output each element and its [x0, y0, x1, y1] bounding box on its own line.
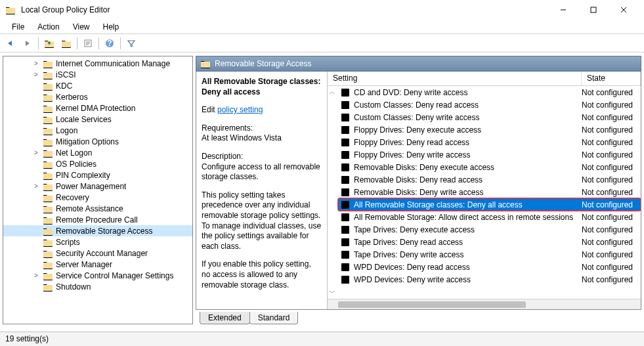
- back-button[interactable]: [3, 36, 18, 51]
- svg-rect-5: [591, 7, 596, 12]
- svg-text:?: ?: [107, 39, 112, 48]
- setting-label: Floppy Drives: Deny read access: [353, 138, 582, 147]
- setting-row[interactable]: Floppy Drives: Deny read accessNot confi…: [338, 136, 641, 148]
- tree-item[interactable]: Kerberos: [3, 91, 192, 102]
- tree-item[interactable]: KDC: [3, 80, 192, 91]
- tree-pane: >Internet Communication Manage>iSCSIKDCK…: [3, 56, 193, 324]
- col-state[interactable]: State: [582, 72, 641, 85]
- setting-row[interactable]: All Removable Storage classes: Deny all …: [338, 198, 641, 211]
- tree-item[interactable]: Removable Storage Access: [3, 225, 192, 236]
- tree-item[interactable]: Locale Services: [3, 114, 192, 125]
- tree-item-label: Scripts: [56, 238, 80, 247]
- setting-icon: [341, 250, 350, 259]
- setting-row[interactable]: CD and DVD: Deny write accessNot configu…: [338, 86, 641, 98]
- help-button[interactable]: ?: [102, 36, 118, 51]
- expander-icon[interactable]: >: [32, 71, 40, 78]
- tabs: Extended Standard: [196, 310, 641, 324]
- setting-row[interactable]: Custom Classes: Deny read accessNot conf…: [338, 98, 641, 111]
- setting-label: WPD Devices: Deny write access: [353, 275, 582, 284]
- folder-icon: [43, 148, 53, 158]
- setting-row[interactable]: WPD Devices: Deny read accessNot configu…: [338, 261, 641, 273]
- tree[interactable]: >Internet Communication Manage>iSCSIKDCK…: [3, 56, 192, 324]
- tab-standard[interactable]: Standard: [249, 312, 299, 324]
- maximize-button[interactable]: [578, 0, 609, 20]
- menu-help[interactable]: Help: [97, 21, 126, 33]
- policy-setting-link[interactable]: policy setting: [217, 105, 263, 114]
- tree-item[interactable]: >Service Control Manager Settings: [3, 270, 192, 281]
- tree-item[interactable]: Server Manager: [3, 259, 192, 270]
- tree-item[interactable]: OS Policies: [3, 158, 192, 169]
- tree-item[interactable]: >Internet Communication Manage: [3, 58, 192, 69]
- setting-icon: [341, 263, 350, 272]
- tree-item[interactable]: >Net Logon: [3, 147, 192, 158]
- setting-row[interactable]: Floppy Drives: Deny execute accessNot co…: [338, 123, 641, 136]
- tree-item-label: Internet Communication Manage: [56, 59, 170, 68]
- horizontal-scrollbar[interactable]: [328, 299, 641, 309]
- filter-button[interactable]: [123, 36, 139, 51]
- tree-item-label: Power Management: [56, 182, 126, 191]
- setting-row[interactable]: Tape Drives: Deny read accessNot configu…: [338, 236, 641, 248]
- close-button[interactable]: [609, 0, 639, 20]
- setting-icon: [341, 175, 350, 184]
- menu-bar: File Action View Help: [0, 20, 644, 34]
- tree-item[interactable]: Kernel DMA Protection: [3, 102, 192, 114]
- toolbar-separator: [77, 37, 77, 49]
- tree-item[interactable]: Logon: [3, 125, 192, 136]
- setting-row[interactable]: All Removable Storage: Allow direct acce…: [338, 211, 641, 223]
- setting-row[interactable]: Custom Classes: Deny write accessNot con…: [338, 111, 641, 123]
- tree-item[interactable]: >Power Management: [3, 181, 192, 192]
- minimize-button[interactable]: [548, 0, 578, 20]
- setting-label: Custom Classes: Deny read access: [353, 100, 582, 110]
- setting-icon: [341, 238, 350, 247]
- folder-icon: [43, 215, 53, 225]
- scroll-up-icon[interactable]: ︿: [328, 87, 337, 97]
- expander-icon[interactable]: >: [32, 272, 40, 279]
- tab-extended[interactable]: Extended: [200, 312, 250, 324]
- setting-row[interactable]: Tape Drives: Deny execute accessNot conf…: [338, 223, 641, 236]
- setting-row[interactable]: Removable Disks: Deny execute accessNot …: [338, 161, 641, 173]
- tree-item-label: Recovery: [56, 193, 89, 202]
- setting-row[interactable]: Removable Disks: Deny read accessNot con…: [338, 173, 641, 186]
- scroll-down-icon[interactable]: ﹀: [328, 288, 337, 297]
- setting-icon: [341, 150, 350, 160]
- setting-label: WPD Devices: Deny read access: [353, 263, 582, 272]
- col-setting[interactable]: Setting: [328, 72, 582, 85]
- detail-description: Description:Configure access to all remo…: [202, 152, 322, 183]
- forward-button[interactable]: [20, 36, 35, 51]
- setting-icon: [341, 188, 350, 197]
- tree-item[interactable]: Shutdown: [3, 281, 192, 292]
- tree-item-label: Remote Procedure Call: [56, 215, 138, 225]
- setting-icon: [341, 225, 350, 234]
- setting-icon: [341, 213, 350, 222]
- tree-item[interactable]: Security Account Manager: [3, 248, 192, 259]
- expander-icon[interactable]: >: [32, 60, 40, 67]
- setting-row[interactable]: WPD Devices: Deny write accessNot config…: [338, 273, 641, 286]
- up-button[interactable]: [41, 36, 57, 51]
- tree-item[interactable]: Remote Procedure Call: [3, 214, 192, 225]
- setting-icon: [341, 88, 350, 97]
- setting-row[interactable]: Removable Disks: Deny write accessNot co…: [338, 186, 641, 198]
- tree-item[interactable]: Scripts: [3, 236, 192, 248]
- tree-item[interactable]: Recovery: [3, 192, 192, 203]
- tree-item[interactable]: Mitigation Options: [3, 136, 192, 147]
- menu-file[interactable]: File: [5, 21, 31, 33]
- right-pane: Removable Storage Access All Removable S…: [196, 56, 641, 324]
- tree-item[interactable]: >iSCSI: [3, 69, 192, 80]
- setting-row[interactable]: Floppy Drives: Deny write accessNot conf…: [338, 148, 641, 161]
- setting-row[interactable]: Tape Drives: Deny write accessNot config…: [338, 248, 641, 261]
- expander-icon[interactable]: >: [32, 183, 40, 190]
- expander-icon[interactable]: >: [32, 149, 40, 156]
- right-body: All Removable Storage classes: Deny all …: [196, 72, 641, 310]
- setting-icon: [341, 163, 350, 172]
- tree-item[interactable]: Remote Assistance: [3, 203, 192, 214]
- setting-state: Not configured: [582, 125, 641, 135]
- tree-item-label: Kernel DMA Protection: [56, 104, 135, 113]
- tree-item-label: Removable Storage Access: [56, 227, 152, 236]
- tree-item-label: KDC: [56, 81, 72, 91]
- tree-item-label: Kerberos: [56, 93, 88, 102]
- export-list-button[interactable]: [80, 36, 96, 51]
- show-hide-tree-button[interactable]: [58, 36, 74, 51]
- tree-item[interactable]: PIN Complexity: [3, 169, 192, 181]
- menu-action[interactable]: Action: [31, 21, 66, 33]
- menu-view[interactable]: View: [66, 21, 97, 33]
